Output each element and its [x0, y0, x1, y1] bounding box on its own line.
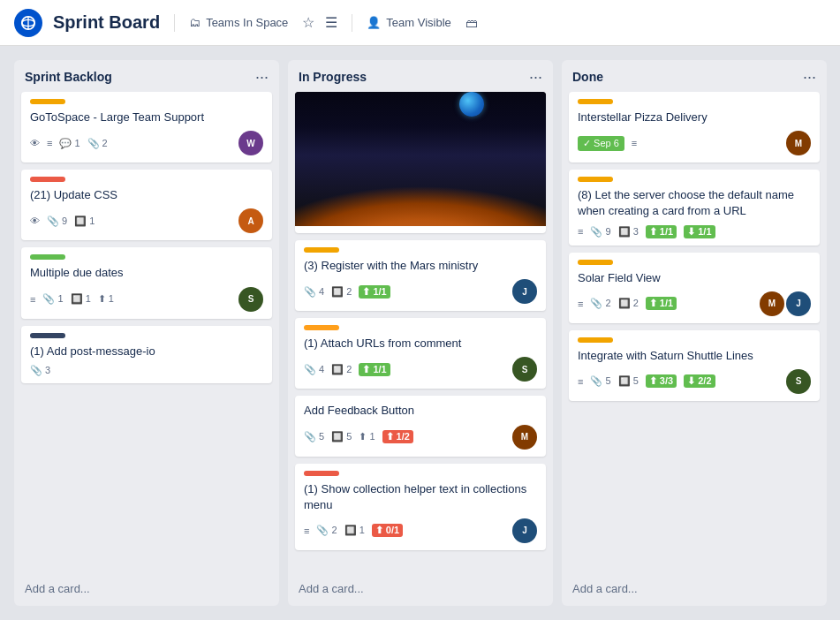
upload-count: ⬆ 1	[359, 431, 375, 442]
checklist-count: 🔲 2	[331, 364, 352, 375]
card-mars-ministry[interactable]: (3) Register with the Mars ministry 📎 4 …	[295, 240, 546, 311]
board: Sprint Backlog ··· GoToSpace - Large Tea…	[0, 46, 840, 620]
card-solar-field[interactable]: Solar Field View ≡ 📎 2 🔲 2 ⬆ 1/1 M J	[569, 253, 820, 323]
description-icon: ≡	[304, 525, 309, 536]
checklist-count: 🔲 2	[331, 286, 352, 298]
card-avatars: S	[786, 369, 811, 394]
avatar: J	[512, 279, 537, 304]
card-label-yellow	[578, 337, 613, 343]
badge-2: ⬇ 1/1	[684, 225, 715, 238]
checklist-badge-red: ⬆ 0/1	[372, 524, 403, 537]
card-due-dates[interactable]: Multiple due dates ≡ 📎 1 🔲 1 ⬆ 1 S	[21, 247, 272, 318]
card-collection-helper[interactable]: (1) Show collection helper text in colle…	[295, 464, 546, 550]
column-menu-done[interactable]: ···	[803, 69, 816, 85]
card-title: (1) Add post-message-io	[30, 344, 263, 359]
attach-count: 📎 2	[87, 138, 108, 149]
avatar: W	[238, 131, 263, 155]
checklist-badge-green: ⬆ 1/1	[359, 285, 390, 299]
card-server-name[interactable]: (8) Let the server choose the default na…	[569, 170, 820, 245]
add-card-done[interactable]: Add a card...	[562, 575, 827, 606]
mars-image	[295, 92, 546, 226]
card-meta: 📎 4 🔲 2 ⬆ 1/1	[304, 363, 390, 376]
mars-surface	[295, 92, 546, 226]
avatar: S	[238, 287, 263, 312]
checklist-count: 🔲 1	[71, 293, 91, 305]
star-icon[interactable]: ☆	[302, 14, 314, 31]
card-avatars: M J	[760, 291, 811, 316]
team-name: Teams In Space	[206, 16, 288, 29]
app-logo	[14, 9, 42, 37]
column-menu-in-progress[interactable]: ···	[529, 69, 542, 85]
attach-count: 📎 2	[316, 525, 337, 536]
card-meta: ≡ 📎 2 🔲 1 ⬆ 0/1	[304, 524, 403, 537]
column-menu-sprint-backlog[interactable]: ···	[255, 69, 269, 85]
card-footer: ≡ 📎 2 🔲 1 ⬆ 0/1 J	[304, 518, 537, 543]
column-in-progress: In Progress ··· (3) Register with the Ma…	[288, 60, 553, 606]
attach-count: 📎 9	[47, 215, 67, 227]
card-label-yellow	[578, 99, 613, 104]
card-meta: ≡ 📎 1 🔲 1 ⬆ 1	[30, 293, 114, 305]
card-title: (3) Register with the Mars ministry	[304, 258, 537, 274]
card-gotospace[interactable]: GoToSpace - Large Team Support 👁 ≡ 💬 1 📎…	[21, 92, 272, 163]
avatar: M	[512, 425, 537, 450]
comment-count: 💬 1	[59, 138, 79, 149]
card-title: (1) Attach URLs from comment	[304, 336, 537, 352]
card-title: Integrate with Saturn Shuttle Lines	[578, 348, 811, 364]
header-actions: ☆ ☰	[302, 14, 337, 31]
description-icon: ≡	[47, 138, 52, 148]
checklist-count: 🔲 1	[344, 525, 365, 536]
card-meta: ≡ 📎 9 🔲 3 ⬆ 1/1 ⬇ 1/1	[578, 225, 715, 238]
attach-count: 📎 9	[590, 226, 610, 238]
visibility-label: Team Visible	[386, 16, 450, 29]
card-footer: ≡ 📎 5 🔲 5 ⬆ 3/3 ⬇ 2/2 S	[578, 369, 811, 394]
visibility-info[interactable]: 👤 Team Visible	[367, 16, 450, 29]
description-icon: ≡	[578, 376, 583, 387]
menu-icon[interactable]: ☰	[325, 14, 337, 31]
card-footer: ≡ 📎 2 🔲 2 ⬆ 1/1 M J	[578, 291, 811, 316]
watch-icon: 👁	[30, 138, 40, 148]
card-label-red	[304, 471, 339, 476]
add-card-sprint-backlog[interactable]: Add a card...	[14, 575, 279, 606]
card-update-css[interactable]: (21) Update CSS 👁 📎 9 🔲 1 A	[21, 170, 272, 240]
avatar: S	[512, 357, 537, 382]
column-title-in-progress: In Progress	[299, 70, 367, 84]
team-info[interactable]: 🗂 Teams In Space	[189, 16, 288, 29]
card-title: Solar Field View	[578, 270, 811, 286]
checklist-count: 🔲 1	[74, 215, 95, 227]
card-mars-image[interactable]	[295, 92, 546, 233]
card-meta: 📎 5 🔲 5 ⬆ 1 ⬆ 1/2	[304, 430, 413, 443]
card-label-yellow	[304, 247, 339, 253]
card-title: Interstellar Pizza Delivery	[578, 110, 811, 125]
description-icon: ≡	[632, 138, 637, 148]
column-title-done: Done	[572, 70, 603, 84]
card-post-message[interactable]: (1) Add post-message-io 📎 3	[21, 326, 272, 383]
checklist-count: 🔲 2	[618, 298, 639, 309]
card-footer: 📎 5 🔲 5 ⬆ 1 ⬆ 1/2 M	[304, 425, 537, 450]
attach-count: 📎 4	[304, 364, 324, 375]
attach-count: 📎 4	[304, 286, 324, 298]
card-saturn-shuttle[interactable]: Integrate with Saturn Shuttle Lines ≡ 📎 …	[569, 330, 820, 401]
card-meta: 📎 3	[30, 365, 50, 376]
checklist-badge-green: ⬆ 1/1	[359, 363, 390, 376]
card-pizza-delivery[interactable]: Interstellar Pizza Delivery ✓ Sep 6 ≡ M	[569, 92, 820, 163]
column-header-sprint-backlog: Sprint Backlog ···	[14, 60, 279, 92]
attach-count: 📎 5	[304, 431, 324, 442]
card-avatars: J	[512, 279, 537, 304]
badge-1: ⬆ 3/3	[646, 374, 677, 388]
card-meta: ≡ 📎 2 🔲 2 ⬆ 1/1	[578, 297, 677, 310]
app-header: Sprint Board 🗂 Teams In Space ☆ ☰ 👤 Team…	[0, 0, 840, 46]
share-icon[interactable]: 🗃	[465, 16, 478, 30]
card-title: Multiple due dates	[30, 265, 263, 281]
add-card-in-progress[interactable]: Add a card...	[288, 575, 553, 606]
attach-count: 📎 2	[590, 298, 610, 309]
card-footer: 👁 📎 9 🔲 1 A	[30, 208, 263, 233]
description-icon: ≡	[578, 226, 583, 237]
column-header-in-progress: In Progress ···	[288, 60, 553, 92]
card-attach-urls[interactable]: (1) Attach URLs from comment 📎 4 🔲 2 ⬆ 1…	[295, 318, 546, 389]
earth-planet	[459, 92, 484, 117]
avatar: S	[786, 369, 811, 394]
card-title: Add Feedback Button	[304, 403, 537, 419]
avatar-1: M	[760, 291, 784, 316]
card-label-yellow	[578, 260, 613, 265]
card-feedback-button[interactable]: Add Feedback Button 📎 5 🔲 5 ⬆ 1 ⬆ 1/2 M	[295, 396, 546, 456]
